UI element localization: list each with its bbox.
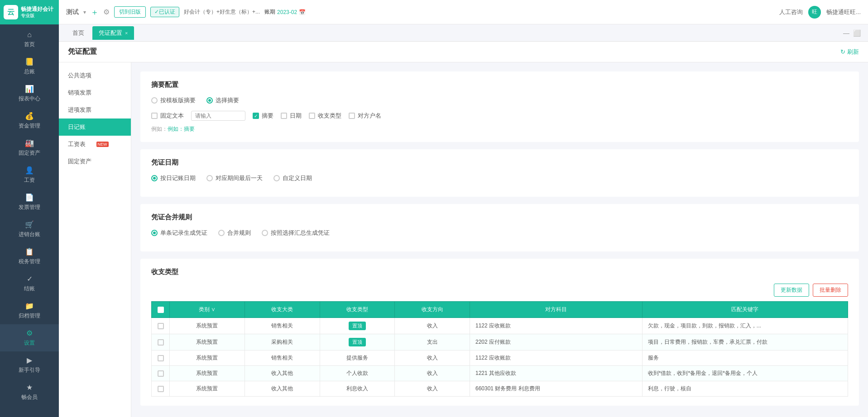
payroll-icon: 👤: [25, 166, 34, 175]
radio-aggregate[interactable]: 按照选择汇总生成凭证: [262, 229, 330, 237]
left-nav-fixed-assets[interactable]: 固定资产: [59, 153, 131, 170]
avatar: 旺: [808, 6, 821, 19]
row-checkbox[interactable]: [152, 334, 170, 351]
row-checkbox[interactable]: [152, 381, 170, 397]
row-checkbox-box[interactable]: [158, 386, 164, 392]
sidebar-item-fixed[interactable]: 🏭 固定资产: [0, 134, 59, 161]
invoice-mgmt-icon: 📄: [25, 193, 34, 202]
radio-circle-custom-date: [273, 175, 280, 181]
refresh-button[interactable]: ↻ 刷新: [840, 48, 859, 56]
row-main-type: 销售相关: [245, 351, 320, 366]
settings-icon: ⚙: [26, 329, 33, 337]
merge-title: 凭证合并规则: [151, 213, 848, 222]
radio-circle-aggregate: [262, 230, 268, 236]
ledger-icon: 📒: [25, 57, 34, 66]
user-name: 畅捷通旺旺...: [826, 8, 861, 16]
radio-single-record[interactable]: 单条记录生成凭证: [151, 229, 207, 237]
checkbox-box-counterpart: [349, 113, 355, 119]
minimize-button[interactable]: —: [843, 29, 849, 37]
batch-delete-button[interactable]: 批量删除: [813, 284, 848, 297]
maximize-button[interactable]: ⬜: [853, 29, 861, 37]
tab-close-icon[interactable]: ×: [125, 30, 128, 36]
left-nav-journal[interactable]: 日记账: [59, 118, 131, 136]
sidebar-item-close[interactable]: ✓ 结账: [0, 270, 59, 297]
row-category: 系统预置: [170, 334, 245, 351]
row-checkbox[interactable]: [152, 366, 170, 381]
row-sub-type: 利息收入: [320, 381, 395, 397]
guide-icon: ▶: [27, 356, 32, 365]
logo-text: 畅捷通好会计 专业版: [21, 6, 53, 19]
settings-gear-icon[interactable]: ⚙: [103, 8, 110, 16]
switch-old-version-button[interactable]: 切到旧版: [114, 6, 146, 18]
calendar-icon[interactable]: 📅: [299, 9, 306, 15]
radio-merge-rule[interactable]: 合并规则: [218, 229, 251, 237]
sidebar-item-archive[interactable]: 📁 归档管理: [0, 297, 59, 324]
row-checkbox-box[interactable]: [158, 323, 164, 329]
update-data-button[interactable]: 更新数据: [774, 284, 809, 297]
merge-section: 凭证合并规则 单条记录生成凭证 合并规则 按照选择汇总生成凭证: [140, 204, 859, 251]
left-nav-public[interactable]: 公共选项: [59, 67, 131, 84]
sidebar-item-member[interactable]: ★ 畅会员: [0, 379, 59, 406]
radio-select-summary[interactable]: 选择摘要: [206, 96, 239, 104]
checkbox-date[interactable]: 日期: [281, 112, 302, 120]
row-checkbox-box[interactable]: [158, 355, 164, 361]
sidebar-item-reports[interactable]: 📊 报表中心: [0, 80, 59, 107]
top-reset-button[interactable]: 置顶: [349, 322, 366, 330]
row-checkbox-box[interactable]: [158, 370, 164, 377]
dropdown-arrow-icon[interactable]: ▾: [83, 9, 86, 15]
date-title: 凭证日期: [151, 158, 848, 167]
sidebar-item-home[interactable]: ⌂ 首页: [0, 26, 59, 53]
th-direction: 收支方向: [395, 302, 470, 318]
row-account: 1122 应收账款: [470, 351, 643, 366]
row-account: 1122 应收账款: [470, 318, 643, 334]
checkbox-fixed-text[interactable]: 固定文本: [151, 112, 184, 120]
table-actions: 更新数据 批量删除: [151, 284, 848, 297]
row-keywords: 欠款，现金，项目款，到款，报销款，汇入，...: [642, 318, 848, 334]
left-nav-purchase-invoice[interactable]: 进项发票: [59, 101, 131, 118]
new-badge: NEW: [96, 142, 109, 147]
sidebar-item-invoice-mgmt[interactable]: 📄 发票管理: [0, 189, 59, 216]
row-main-type: 销售相关: [245, 318, 320, 334]
top-reset-button[interactable]: 置顶: [349, 338, 366, 346]
tax-icon: 📋: [25, 247, 34, 256]
sidebar-item-settings[interactable]: ⚙ 设置: [0, 324, 59, 351]
row-account: 1221 其他应收款: [470, 366, 643, 381]
page-header: 凭证配置 ↻ 刷新: [59, 42, 868, 62]
radio-circle-last-day: [206, 175, 213, 181]
sidebar-item-guide[interactable]: ▶ 新手引导: [0, 351, 59, 379]
sidebar-item-tax[interactable]: 📋 税务管理: [0, 243, 59, 270]
select-all-checkbox[interactable]: [158, 307, 164, 313]
checkbox-box-date: [281, 113, 287, 119]
checkbox-counterpart[interactable]: 对方户名: [349, 112, 381, 120]
home-icon: ⌂: [27, 31, 32, 39]
row-sub-type: 置顶: [320, 318, 395, 334]
row-direction: 收入: [395, 366, 470, 381]
checkbox-box-summary: ✓: [253, 113, 259, 119]
tab-voucher-config[interactable]: 凭证配置 ×: [92, 26, 134, 40]
sidebar-item-ledger[interactable]: 📒 总账: [0, 53, 59, 80]
checkbox-income-type[interactable]: 收支类型: [309, 112, 341, 120]
fixed-text-input[interactable]: [191, 111, 245, 121]
sidebar-item-payroll[interactable]: 👤 工资: [0, 161, 59, 189]
radio-by-journal-date[interactable]: 按日记账日期: [151, 174, 196, 182]
income-title: 收支类型: [151, 268, 848, 276]
row-checkbox[interactable]: [152, 351, 170, 366]
checkbox-summary[interactable]: ✓ 摘要: [253, 112, 273, 120]
add-button[interactable]: ＋: [91, 7, 99, 18]
income-section: 收支类型 更新数据 批量删除 类别 ∨ 收支大类: [140, 259, 859, 406]
consult-button[interactable]: 人工咨询: [779, 8, 803, 16]
radio-period-last-day[interactable]: 对应期间最后一天: [206, 174, 263, 182]
row-sub-type: 提供服务: [320, 351, 395, 366]
sidebar-item-purchase[interactable]: 🛒 进销台账: [0, 216, 59, 243]
table-row: 系统预置 收入其他 个人收款 收入 1221 其他应收款 收到*借款，收到*备用…: [152, 366, 848, 381]
radio-template-summary[interactable]: 按模板版摘要: [151, 96, 196, 104]
left-nav-payroll[interactable]: 工资表 NEW ▾: [59, 136, 131, 153]
radio-custom-date[interactable]: 自定义日期: [273, 174, 312, 182]
row-keywords: 收到*借款，收到*备用金，退回*备用金，个人: [642, 366, 848, 381]
income-table: 类别 ∨ 收支大类 收支类型 收支方向 对方科目 匹配关键字 系统预置: [151, 301, 848, 397]
row-checkbox[interactable]: [152, 318, 170, 334]
left-nav-sales-invoice[interactable]: 销项发票: [59, 84, 131, 101]
sidebar-item-funds[interactable]: 💰 资金管理: [0, 107, 59, 134]
tab-home[interactable]: 首页: [66, 26, 91, 40]
row-checkbox-box[interactable]: [158, 339, 164, 346]
